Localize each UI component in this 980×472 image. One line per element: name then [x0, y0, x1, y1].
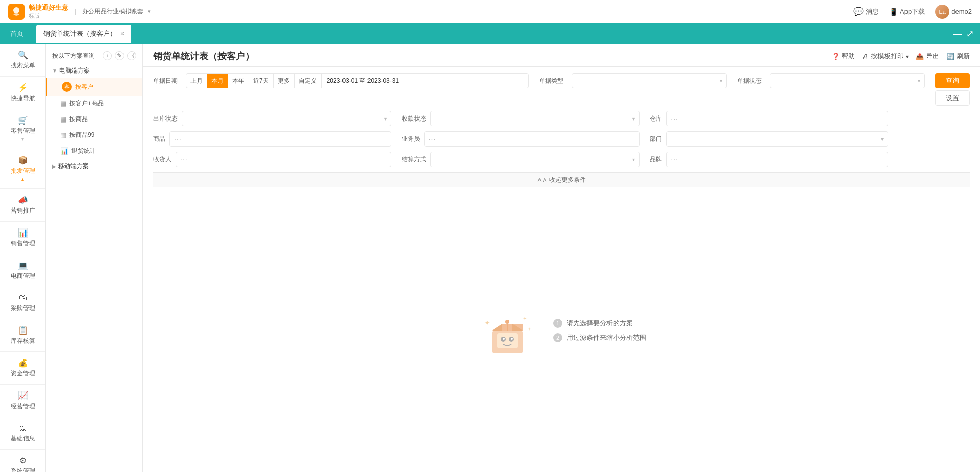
svg-point-0 [13, 7, 19, 13]
date-btn-last-7-days[interactable]: 近7天 [249, 74, 274, 88]
message-btn[interactable]: 💬 消息 [853, 7, 879, 16]
app-subtitle: 标版 [29, 12, 68, 19]
main-layout: 🔍 搜索菜单 ⚡ 快捷导航 🛒 零售管理 ▾ 📦 批发管理 ▴ 📣 营销推广 📊… [0, 44, 980, 472]
filter-row-4: 收货人 ··· 结算方式 ▾ 品牌 ··· [153, 152, 970, 167]
payment-method-item: 结算方式 ▾ [402, 152, 640, 167]
retail-icon: 🛒 [3, 115, 42, 125]
date-label: 单据日期 [153, 77, 178, 85]
group-expand-icon: ▼ [52, 68, 57, 74]
page-actions: ❓ 帮助 🖨 按模板打印 ▾ 📤 导出 🔄 刷新 [831, 52, 970, 61]
goods-label: 商品 [153, 135, 165, 144]
payment-status-item: 收款状态 ▾ [402, 111, 640, 126]
sidebar-item-ecommerce[interactable]: 💻 电商管理 [0, 254, 45, 287]
scheme-item-by-goods[interactable]: ▦ 按商品 [46, 111, 142, 127]
svg-text:✦: ✦ [528, 327, 531, 332]
sidebar-item-sales[interactable]: 📊 销售管理 [0, 222, 45, 254]
svg-text:✦: ✦ [523, 316, 527, 321]
warehouse-label: 仓库 [650, 114, 662, 123]
svg-point-6 [511, 338, 513, 340]
minimize-icon[interactable]: — [953, 29, 962, 39]
delivery-status-select[interactable]: ▾ [182, 111, 391, 126]
sidebar-item-marketing[interactable]: 📣 营销推广 [0, 189, 45, 222]
date-btn-this-month[interactable]: 本月 [207, 74, 228, 88]
sidebar-item-inventory[interactable]: 📋 库存核算 [0, 319, 45, 352]
date-btn-custom[interactable]: 自定义 [295, 74, 322, 88]
goods-item: 商品 ··· [153, 131, 391, 147]
delivery-label: 出库状态 [153, 114, 178, 123]
tab-active[interactable]: 销货单统计表（按客户） × [36, 25, 131, 43]
query-btn[interactable]: 查询 [935, 73, 970, 88]
sidebar-item-purchase[interactable]: 🛍 采购管理 [0, 287, 45, 319]
date-btn-last-month[interactable]: 上月 [186, 74, 207, 88]
scheme-item-by-customer[interactable]: 客 按客户 [46, 78, 142, 96]
ecommerce-icon: 💻 [3, 261, 42, 270]
delivery-dropdown-icon: ▾ [384, 116, 387, 122]
content-area: 销货单统计表（按客户） ❓ 帮助 🖨 按模板打印 ▾ 📤 导出 🔄 刷新 [143, 44, 980, 472]
template-print-btn[interactable]: 🖨 按模板打印 ▾ [862, 52, 909, 61]
date-btn-more[interactable]: 更多 [274, 74, 295, 88]
query-buttons: 查询 设置 [935, 73, 970, 106]
tab-bar: 首页 销货单统计表（按客户） × — ⤢ [0, 23, 980, 44]
department-label: 部门 [650, 135, 662, 144]
refresh-btn[interactable]: 🔄 刷新 [946, 52, 970, 61]
top-header: 畅捷通好生意 标版 | 办公用品行业模拟账套 ▾ 💬 消息 📱 App下载 Ea… [0, 0, 980, 23]
scheme-group-mobile[interactable]: ▶ 移动端方案 [46, 159, 142, 174]
scheme-item-active-dot: 客 [62, 82, 72, 92]
date-btn-this-year[interactable]: 本年 [228, 74, 249, 88]
empty-step-2: 2 用过滤条件来缩小分析范围 [553, 333, 646, 342]
scheme-item-chart-icon: 📊 [60, 147, 68, 155]
sidebar-item-operations[interactable]: 📈 经营管理 [0, 385, 45, 417]
staff-select[interactable]: ··· [424, 131, 640, 147]
print-icon: 🖨 [862, 53, 869, 60]
order-type-label: 单据类型 [539, 77, 564, 85]
department-select[interactable]: ▾ [666, 131, 888, 147]
tab-close-icon[interactable]: × [120, 30, 124, 37]
empty-state: ✦ ✦ ✦ 1 请先选择要分析的方案 2 用过滤条件来缩小分析范围 [143, 194, 980, 472]
sidebar-item-quick-nav[interactable]: ⚡ 快捷导航 [0, 77, 45, 109]
sidebar-item-system[interactable]: ⚙ 系统管理 [0, 450, 45, 472]
empty-text: 1 请先选择要分析的方案 2 用过滤条件来缩小分析范围 [553, 319, 646, 347]
sales-icon: 📊 [3, 228, 42, 238]
tab-home[interactable]: 首页 [0, 23, 34, 44]
warehouse-select[interactable]: ··· [666, 111, 888, 126]
sidebar-item-retail[interactable]: 🛒 零售管理 ▾ [0, 109, 45, 149]
basic-icon: 🗂 [3, 423, 42, 433]
app-download-btn[interactable]: 📱 App下载 [889, 7, 925, 16]
scheme-header-buttons: + ✎ 《 [103, 51, 136, 60]
scheme-header: 按以下方案查询 + ✎ 《 [46, 48, 142, 63]
payment-status-select[interactable]: ▾ [430, 111, 640, 126]
industry-dropdown[interactable]: ▾ [148, 8, 151, 15]
wholesale-icon: 📦 [3, 155, 42, 165]
scheme-add-btn[interactable]: + [103, 51, 112, 60]
sidebar: 🔍 搜索菜单 ⚡ 快捷导航 🛒 零售管理 ▾ 📦 批发管理 ▴ 📣 营销推广 📊… [0, 44, 46, 472]
collapse-up-icon: ∧∧ [537, 176, 549, 183]
sidebar-item-wholesale[interactable]: 📦 批发管理 ▴ [0, 149, 45, 189]
settings-btn[interactable]: 设置 [935, 90, 970, 106]
help-btn[interactable]: ❓ 帮助 [831, 52, 855, 61]
scheme-group-desktop[interactable]: ▼ 电脑端方案 [46, 63, 142, 78]
goods-select[interactable]: ··· [169, 131, 391, 147]
collapse-bar[interactable]: ∧∧ 收起更多条件 [153, 172, 970, 187]
receiver-select[interactable]: ··· [176, 152, 391, 167]
sidebar-item-search[interactable]: 🔍 搜索菜单 [0, 44, 45, 77]
sidebar-item-finance[interactable]: 💰 资金管理 [0, 352, 45, 385]
export-btn[interactable]: 📤 导出 [916, 52, 939, 61]
scheme-item-by-customer-goods[interactable]: ▦ 按客户+商品 [46, 96, 142, 111]
payment-method-select[interactable]: ▾ [430, 152, 640, 167]
scheme-collapse-btn[interactable]: 《 [127, 51, 136, 60]
finance-icon: 💰 [3, 358, 42, 368]
scheme-item-return-stats[interactable]: 📊 退货统计 [46, 143, 142, 159]
order-type-select[interactable]: ▾ [572, 73, 727, 88]
scheme-edit-btn[interactable]: ✎ [115, 51, 124, 60]
staff-label: 业务员 [402, 135, 420, 144]
brand-select[interactable]: ··· [666, 152, 888, 167]
scheme-item-grid2-icon: ▦ [60, 115, 66, 123]
operations-icon: 📈 [3, 391, 42, 400]
sidebar-item-basic[interactable]: 🗂 基础信息 [0, 417, 45, 450]
scheme-item-by-goods-99[interactable]: ▦ 按商品99 [46, 127, 142, 143]
order-status-select[interactable]: ▾ [770, 73, 925, 88]
refresh-icon: 🔄 [946, 53, 954, 60]
maximize-icon[interactable]: ⤢ [966, 28, 974, 39]
svg-text:✦: ✦ [484, 319, 491, 327]
user-menu[interactable]: Ea demo2 [935, 5, 972, 19]
